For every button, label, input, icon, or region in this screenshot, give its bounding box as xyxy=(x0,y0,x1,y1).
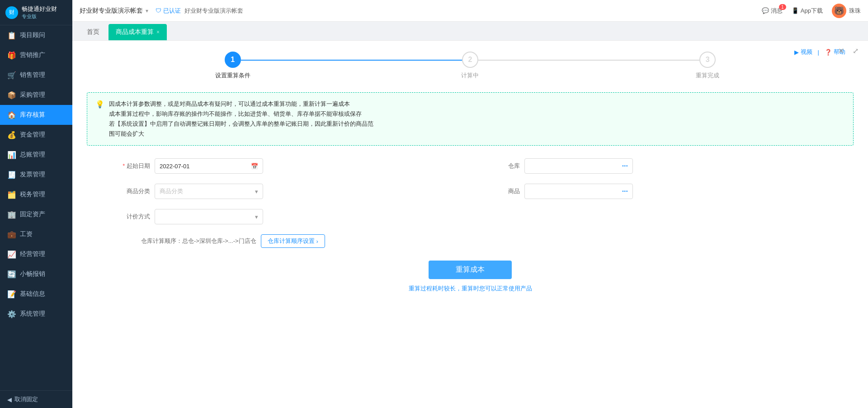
sidebar-logo: 财 畅捷通好业财 专业版 xyxy=(0,0,72,25)
expense-icon: 🔄 xyxy=(7,270,16,279)
question-icon: ❓ xyxy=(825,49,832,56)
system-icon: ⚙️ xyxy=(7,309,16,318)
sidebar-item-purchase[interactable]: 📦 采购管理 xyxy=(0,85,72,105)
form-section: 起始日期 2022-07-01 📅 仓库 ··· xyxy=(87,158,854,248)
sidebar-label-salary: 工资 xyxy=(20,230,33,238)
tab-cost-recalc[interactable]: 商品成本重算 × xyxy=(108,24,167,40)
recalc-button[interactable]: 重算成本 xyxy=(429,261,512,279)
tax-icon: 🗂️ xyxy=(7,190,16,199)
close-panel-button[interactable]: ✕ xyxy=(835,45,846,56)
goods-input[interactable]: ··· xyxy=(524,184,633,199)
sidebar-label-expense: 小畅报销 xyxy=(20,270,45,278)
sidebar-item-ops[interactable]: 📈 经营管理 xyxy=(0,244,72,264)
sidebar-item-fixed_assets[interactable]: 🏢 固定资产 xyxy=(0,204,72,224)
sidebar-item-salary[interactable]: 💼 工资 xyxy=(0,224,72,244)
sidebar-item-marketing[interactable]: 🎁 营销推广 xyxy=(0,45,72,65)
sidebar-label-system: 系统管理 xyxy=(20,310,45,318)
salary-icon: 💼 xyxy=(7,230,16,239)
sidebar-item-tax[interactable]: 🗂️ 税务管理 xyxy=(0,185,72,204)
sales-icon: 🛒 xyxy=(7,71,16,80)
sidebar-item-invoice[interactable]: 🧾 发票管理 xyxy=(0,165,72,185)
sidebar-label-project: 项目顾问 xyxy=(20,31,45,39)
message-icon: 💬 xyxy=(762,7,769,14)
sidebar-label-invoice: 发票管理 xyxy=(20,171,45,179)
goods-label: 商品 xyxy=(484,187,520,195)
account-name-selector: 好业财专业版演示帐套 xyxy=(80,7,143,15)
tab-home[interactable]: 首页 xyxy=(80,24,107,40)
warehouse-order-label: 仓库计算顺序：总仓->深圳仓库->...->门店仓 xyxy=(141,237,256,245)
shield-icon: 🛡 xyxy=(156,7,161,14)
notice-text: 因成本计算参数调整，或是对商品成本有疑问时，可以通过成本重算功能，重新计算一遍成… xyxy=(109,99,373,139)
form-row-1: 起始日期 2022-07-01 📅 仓库 ··· xyxy=(114,158,826,174)
step-2: 2 计算中 xyxy=(351,52,589,80)
step-1: 1 设置重算条件 xyxy=(114,52,351,80)
user-profile[interactable]: 🐻 珠珠 xyxy=(832,4,861,18)
step-label-1: 设置重算条件 xyxy=(215,71,250,80)
goods-more-icon: ··· xyxy=(622,187,628,195)
warehouse-more-icon: ··· xyxy=(622,162,628,170)
avatar: 🐻 xyxy=(832,4,846,18)
sidebar-item-finance[interactable]: 💰 资金管理 xyxy=(0,125,72,145)
warehouse-label: 仓库 xyxy=(484,162,520,170)
sidebar-item-expense[interactable]: 🔄 小畅报销 xyxy=(0,264,72,284)
sidebar-label-finance: 资金管理 xyxy=(20,131,45,139)
start-date-input[interactable]: 2022-07-01 📅 xyxy=(155,158,263,174)
sidebar-item-sales[interactable]: 🛒 销售管理 xyxy=(0,65,72,85)
inventory-icon: 🏠 xyxy=(7,110,16,119)
app-download-button[interactable]: 📱 App下载 xyxy=(792,7,823,15)
sidebar-item-basic[interactable]: 📝 基础信息 xyxy=(0,284,72,304)
category-chevron-icon: ▾ xyxy=(255,188,258,195)
user-name: 珠珠 xyxy=(849,7,861,15)
message-button[interactable]: 💬 消息 1 xyxy=(762,7,783,15)
project-icon: 📋 xyxy=(7,31,16,40)
category-input[interactable]: 商品分类 ▾ xyxy=(155,184,263,199)
form-row-pricing: 计价方式 ▾ xyxy=(114,209,826,224)
account-chevron-icon: ▾ xyxy=(146,8,148,14)
calendar-icon: 📅 xyxy=(251,163,258,170)
divider: | xyxy=(818,49,819,56)
warehouse-order-row: 仓库计算顺序：总仓->深圳仓库->...->门店仓 仓库计算顺序设置 › xyxy=(114,234,826,248)
sidebar-label-accounting: 总账管理 xyxy=(20,151,45,159)
pricing-label: 计价方式 xyxy=(114,213,150,221)
form-row-2: 商品分类 商品分类 ▾ 商品 ··· xyxy=(114,184,826,199)
top-header: 好业财专业版演示帐套 ▾ 🛡 已认证 好业财专业版演示帐套 💬 消息 1 📱 A… xyxy=(72,0,868,22)
step-circle-3: 3 xyxy=(699,52,716,68)
arrow-right-icon: › xyxy=(316,238,318,245)
form-col-pricing: 计价方式 ▾ xyxy=(114,209,826,224)
step-circle-2: 2 xyxy=(462,52,478,68)
account-display: 好业财专业版演示帐套 xyxy=(184,7,243,15)
sidebar-item-inventory[interactable]: 🏠 库存核算 xyxy=(0,105,72,125)
ops-icon: 📈 xyxy=(7,250,16,259)
pricing-input[interactable]: ▾ xyxy=(155,209,263,224)
main-content: 好业财专业版演示帐套 ▾ 🛡 已认证 好业财专业版演示帐套 💬 消息 1 📱 A… xyxy=(72,0,868,408)
sidebar: 财 畅捷通好业财 专业版 📋 项目顾问 🎁 营销推广 🛒 销售管理 📦 采购管理… xyxy=(0,0,72,408)
verified-badge: 🛡 已认证 xyxy=(156,7,181,15)
sidebar-item-project[interactable]: 📋 项目顾问 xyxy=(0,25,72,45)
sidebar-item-system[interactable]: ⚙️ 系统管理 xyxy=(0,304,72,324)
tab-bar: 首页 商品成本重算 × xyxy=(72,22,868,41)
logo-text: 畅捷通好业财 专业版 xyxy=(22,5,57,19)
category-label: 商品分类 xyxy=(114,187,150,195)
panel-controls: ✕ ⤢ xyxy=(835,45,861,56)
expand-panel-button[interactable]: ⤢ xyxy=(850,45,861,56)
sidebar-unpin[interactable]: ◀ 取消固定 xyxy=(0,390,72,408)
sidebar-label-inventory: 库存核算 xyxy=(20,111,45,119)
sidebar-item-accounting[interactable]: 📊 总账管理 xyxy=(0,145,72,165)
tab-close-icon[interactable]: × xyxy=(156,29,160,35)
notice-icon: 💡 xyxy=(95,100,104,139)
sidebar-label-sales: 销售管理 xyxy=(20,71,45,79)
recalc-hint: 重算过程耗时较长，重算时您可以正常使用产品 xyxy=(409,285,532,293)
play-icon: ▶ xyxy=(794,49,799,56)
basic-icon: 📝 xyxy=(7,289,16,299)
account-selector[interactable]: 好业财专业版演示帐套 ▾ xyxy=(80,7,148,15)
step-label-3: 重算完成 xyxy=(696,71,719,80)
finance-icon: 💰 xyxy=(7,130,16,139)
sidebar-label-basic: 基础信息 xyxy=(20,290,45,298)
page-content: 1 设置重算条件 2 计算中 3 重算完成 ▶ 视频 xyxy=(72,41,868,408)
sidebar-label-tax: 税务管理 xyxy=(20,190,45,199)
warehouse-input[interactable]: ··· xyxy=(524,158,633,174)
video-link[interactable]: ▶ 视频 xyxy=(794,48,812,56)
phone-icon: 📱 xyxy=(792,7,799,14)
sidebar-label-marketing: 营销推广 xyxy=(20,51,45,59)
warehouse-order-settings-button[interactable]: 仓库计算顺序设置 › xyxy=(261,234,325,248)
